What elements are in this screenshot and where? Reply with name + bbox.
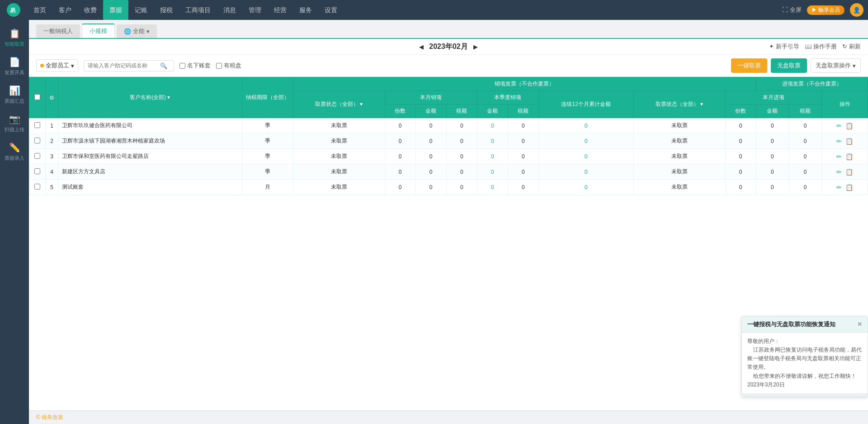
row-client-name: 卫辉市汲水镇下园湖睿湘营木种植家庭农场: [58, 133, 242, 149]
tab-all[interactable]: 🌐 全能 ▾: [117, 24, 157, 38]
th-jin-status: 取票状态（全部） ▾: [633, 91, 725, 118]
row-xiao-status: 未取票: [293, 180, 385, 195]
no-disk-ops-button[interactable]: 无盘取票操作 ▾: [811, 58, 861, 73]
row-xiao-m-copies: 0: [385, 149, 415, 164]
row-xiao-12m: 0: [538, 133, 633, 149]
next-period-button[interactable]: ▶: [473, 43, 478, 50]
manual-link[interactable]: 📖 操作手册: [805, 43, 837, 51]
row-xiao-q-amount: 0: [477, 164, 508, 180]
nav-customer[interactable]: 客户: [52, 0, 78, 20]
row-checkbox-cell: [29, 133, 46, 149]
nav-accounting[interactable]: 记账: [128, 0, 154, 20]
th-jin-m-copies: 份数: [725, 105, 756, 118]
view-icon[interactable]: 📋: [845, 184, 853, 191]
edit-icon[interactable]: ✏: [836, 122, 842, 129]
edit-icon[interactable]: ✏: [836, 153, 842, 160]
xiao-12m-link[interactable]: 0: [585, 138, 588, 144]
view-icon[interactable]: 📋: [845, 138, 853, 145]
one-click-button[interactable]: 一键取票: [731, 58, 767, 73]
row-xiao-q-tax: 0: [508, 149, 538, 164]
chevron-down-icon: ▾: [71, 62, 74, 69]
xiao-12m-link[interactable]: 0: [585, 153, 588, 160]
row-number: 4: [46, 164, 58, 180]
edit-icon[interactable]: ✏: [836, 168, 842, 176]
row-xiao-m-tax: 0: [446, 164, 477, 180]
th-xiao-12m: 连续12个月累计金额: [538, 91, 633, 118]
fullscreen-btn[interactable]: ⛶ 全屏: [782, 6, 802, 14]
edit-icon[interactable]: ✏: [836, 184, 842, 191]
nav-service[interactable]: 服务: [293, 0, 318, 20]
sidebar-item-smart-fetch[interactable]: 📋 智能取票: [1, 24, 28, 51]
row-jin-m-tax: 0: [789, 164, 822, 180]
nav-business[interactable]: 工商项目: [179, 0, 217, 20]
sidebar-item-invoice-summary[interactable]: 📊 票据汇总: [1, 81, 28, 108]
row-client-name: 新建区方方文具店: [58, 164, 242, 180]
avatar[interactable]: 👤: [850, 3, 863, 17]
notification-close-icon[interactable]: ✕: [857, 321, 862, 328]
row-checkbox[interactable]: [34, 184, 40, 190]
nav-invoice[interactable]: 票据: [103, 0, 128, 20]
dropdown-icon: ▾: [853, 62, 856, 69]
nav-settings[interactable]: 设置: [318, 0, 344, 20]
nav-home[interactable]: 首页: [27, 0, 52, 20]
edit-icon[interactable]: ✏: [836, 138, 842, 145]
notification-title: 一键报税与无盘取票功能恢复通知: [747, 320, 835, 329]
nav-fee[interactable]: 收费: [78, 0, 103, 20]
my-account-checkbox[interactable]: [179, 63, 185, 69]
xiao-q-amount-link[interactable]: 0: [491, 153, 494, 160]
select-all-checkbox[interactable]: [34, 94, 40, 100]
has-tax-disk-checkbox[interactable]: [216, 63, 222, 69]
xiao-12m-link[interactable]: 0: [585, 123, 588, 129]
search-icon[interactable]: 🔍: [160, 62, 167, 69]
nav-message[interactable]: 消息: [217, 0, 242, 20]
tax-policy-label: © 税务政策: [36, 414, 63, 420]
row-tax-period: 季: [242, 118, 293, 133]
row-xiao-q-tax: 0: [508, 118, 538, 133]
nav-manage[interactable]: 管理: [242, 0, 268, 20]
view-icon[interactable]: 📋: [845, 153, 853, 160]
prev-period-button[interactable]: ◀: [419, 43, 424, 50]
xiao-12m-link[interactable]: 0: [585, 184, 588, 191]
row-actions: ✏ 📋: [822, 164, 868, 180]
xiao-q-amount-link[interactable]: 0: [491, 184, 494, 191]
vip-button[interactable]: ▶ 畅享会员: [807, 5, 844, 15]
sidebar-item-scan-upload[interactable]: 📷 扫描上传: [1, 110, 28, 137]
th-jin-m-tax: 税额: [789, 105, 822, 118]
view-icon[interactable]: 📋: [845, 168, 853, 176]
search-input[interactable]: [88, 62, 160, 69]
sidebar-item-invoice-issue-label: 发票开具: [5, 69, 24, 76]
my-account-checkbox-label[interactable]: 名下账套: [179, 62, 211, 70]
xiao-12m-link[interactable]: 0: [585, 169, 588, 175]
tax-policy[interactable]: © 税务政策: [29, 410, 868, 424]
xiao-q-amount-link[interactable]: 0: [491, 169, 494, 175]
refresh-button[interactable]: ↻ 刷新: [842, 43, 861, 51]
row-checkbox[interactable]: [34, 168, 40, 174]
new-guide-link[interactable]: ✦ 新手引导: [769, 43, 799, 51]
row-actions: ✏ 📋: [822, 133, 868, 149]
has-tax-disk-checkbox-label[interactable]: 有税盘: [216, 62, 241, 70]
sidebar-item-invoice-entry[interactable]: ✏️ 票据录入: [1, 138, 28, 165]
xiao-q-amount-link[interactable]: 0: [491, 138, 494, 144]
row-number: 3: [46, 149, 58, 164]
row-checkbox[interactable]: [34, 122, 40, 128]
row-actions: ✏ 📋: [822, 118, 868, 133]
row-jin-m-amount: 0: [756, 180, 789, 195]
settings-icon[interactable]: ⚙: [49, 95, 54, 101]
nav-operation[interactable]: 经营: [268, 0, 293, 20]
row-checkbox[interactable]: [34, 153, 40, 159]
invoice-issue-icon: 📄: [9, 57, 20, 67]
sidebar-item-invoice-issue[interactable]: 📄 发票开具: [1, 53, 28, 80]
employee-select[interactable]: 全部员工 ▾: [36, 59, 78, 72]
tab-small-scale[interactable]: 小规模: [82, 24, 115, 38]
main-table: ⚙ 客户名称(全部) ▾ 纳税期限（全部） 销项发票（不合作废票） 进项发票（不: [29, 77, 868, 195]
xiao-q-amount-link[interactable]: 0: [491, 123, 494, 129]
row-xiao-12m: 0: [538, 149, 633, 164]
view-icon[interactable]: 📋: [845, 122, 853, 129]
layout: 📋 智能取票 📄 发票开具 📊 票据汇总 📷 扫描上传 ✏️ 票据录入 一般纳税…: [0, 20, 868, 424]
tab-general-taxpayer[interactable]: 一般纳税人: [36, 24, 80, 38]
nav-tax[interactable]: 报税: [154, 0, 179, 20]
row-checkbox-cell: [29, 149, 46, 164]
no-disk-button[interactable]: 无盘取票: [771, 58, 807, 73]
th-xiao-group: 销项发票（不合作废票）: [293, 77, 756, 91]
row-checkbox[interactable]: [34, 138, 40, 143]
